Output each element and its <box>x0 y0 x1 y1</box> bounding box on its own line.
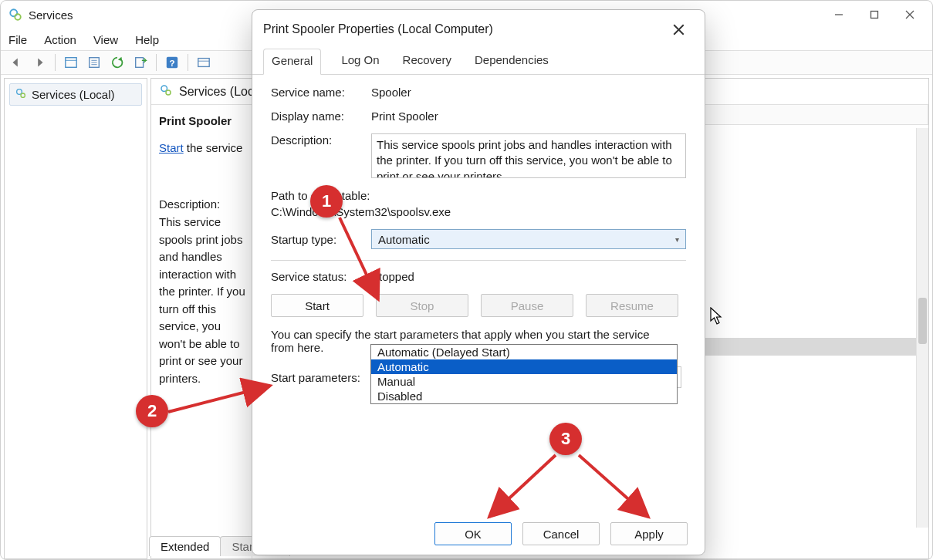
menu-view[interactable]: View <box>93 33 118 46</box>
menu-action[interactable]: Action <box>44 33 76 46</box>
dropdown-option-delayed[interactable]: Automatic (Delayed Start) <box>371 345 677 359</box>
maximize-button[interactable] <box>857 3 892 26</box>
description-label: Description: <box>271 133 371 147</box>
details-icon[interactable] <box>60 52 82 73</box>
service-status-value: Stopped <box>371 270 686 283</box>
menu-file[interactable]: File <box>8 33 27 46</box>
display-name-label: Display name: <box>271 110 371 123</box>
svg-point-20 <box>166 90 171 95</box>
properties-icon[interactable] <box>83 52 105 73</box>
tab-extended[interactable]: Extended <box>149 536 221 556</box>
detail-column: Print Spooler Start the service Descript… <box>151 105 252 558</box>
svg-rect-6 <box>66 58 76 68</box>
tree-item-label: Services (Local) <box>32 88 115 101</box>
window-title: Services <box>29 8 73 22</box>
ok-button[interactable]: OK <box>434 522 512 545</box>
window-list-icon[interactable] <box>193 52 215 73</box>
svg-rect-15 <box>198 59 209 67</box>
startup-type-selected: Automatic <box>378 233 430 246</box>
annotation-badge-1: 1 <box>310 185 343 218</box>
description-label: Description: <box>159 197 245 211</box>
selected-service-title: Print Spooler <box>159 114 245 127</box>
svg-point-18 <box>21 93 25 97</box>
services-icon <box>159 83 173 100</box>
minimize-button[interactable] <box>821 3 857 26</box>
start-rest: the service <box>184 141 243 154</box>
close-button[interactable] <box>892 3 928 26</box>
resume-button: Resume <box>586 294 678 317</box>
tab-log-on[interactable]: Log On <box>338 49 382 74</box>
display-name-value: Print Spooler <box>371 110 686 123</box>
dialog-tabs: General Log On Recovery Dependencies <box>252 49 705 75</box>
description-text: This service spools print jobs and handl… <box>159 214 245 387</box>
help-icon[interactable]: ? <box>161 52 183 73</box>
tree-item-services-local[interactable]: Services (Local) <box>9 83 142 106</box>
vertical-scrollbar[interactable] <box>916 128 928 528</box>
properties-dialog: Print Spooler Properties (Local Computer… <box>252 9 705 555</box>
scrollbar-thumb[interactable] <box>918 298 927 344</box>
dropdown-option-disabled[interactable]: Disabled <box>371 389 677 403</box>
annotation-badge-2: 2 <box>136 395 168 427</box>
dropdown-option-automatic[interactable]: Automatic <box>371 359 677 374</box>
startup-type-dropdown: Automatic (Delayed Start) Automatic Manu… <box>370 344 678 404</box>
annotation-badge-3: 3 <box>549 423 582 455</box>
forward-button[interactable] <box>29 52 50 73</box>
back-button[interactable] <box>5 52 27 73</box>
description-box[interactable]: This service spools print jobs and handl… <box>371 133 686 178</box>
menu-help[interactable]: Help <box>135 33 159 46</box>
services-icon <box>8 8 22 22</box>
cursor-icon <box>710 307 724 328</box>
export-icon[interactable] <box>130 52 151 73</box>
start-service-link[interactable]: Start <box>159 141 184 154</box>
apply-button[interactable]: Apply <box>610 522 688 545</box>
cancel-button[interactable]: Cancel <box>522 522 600 545</box>
stop-button: Stop <box>376 294 468 317</box>
svg-point-1 <box>15 14 21 20</box>
tab-dependencies[interactable]: Dependencies <box>472 49 552 74</box>
start-params-label: Start parameters: <box>271 371 387 384</box>
dialog-close-button[interactable] <box>663 14 694 45</box>
start-button[interactable]: Start <box>271 294 363 317</box>
services-icon <box>15 87 27 102</box>
pause-button: Pause <box>481 294 573 317</box>
service-name-label: Service name: <box>271 86 371 99</box>
svg-rect-3 <box>871 12 878 19</box>
tree-pane: Services (Local) <box>4 78 147 559</box>
service-status-label: Service status: <box>271 270 371 283</box>
startup-type-combobox[interactable]: Automatic ▾ <box>371 229 686 249</box>
service-name-value: Spooler <box>371 86 686 99</box>
svg-rect-12 <box>136 58 144 68</box>
tab-general[interactable]: General <box>263 49 321 75</box>
dropdown-option-manual[interactable]: Manual <box>371 374 677 389</box>
dialog-title: Print Spooler Properties (Local Computer… <box>263 22 663 36</box>
refresh-icon[interactable] <box>106 52 128 73</box>
chevron-down-icon: ▾ <box>675 235 679 244</box>
tab-recovery[interactable]: Recovery <box>400 49 455 74</box>
startup-type-label: Startup type: <box>271 233 371 246</box>
svg-text:?: ? <box>169 58 174 68</box>
